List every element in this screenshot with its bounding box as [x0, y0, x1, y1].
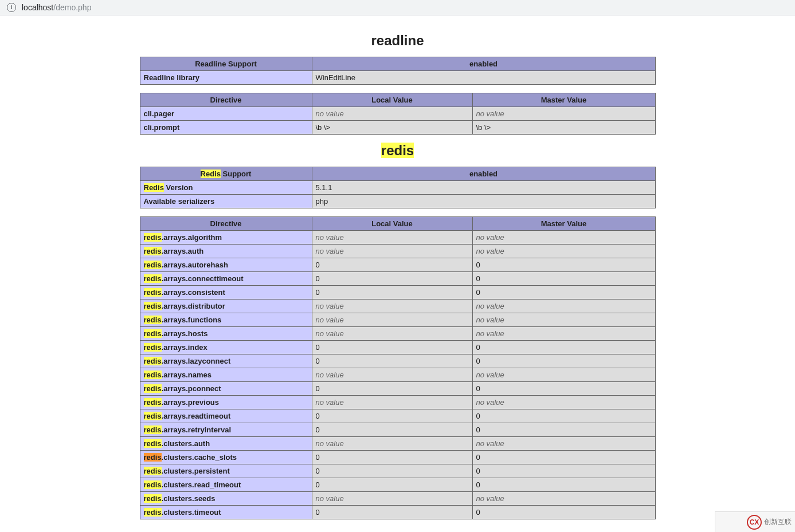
table-row: redis.clusters.cache_slots00	[140, 451, 655, 464]
table-cell: 0	[472, 341, 655, 354]
section-heading-readline: readline	[140, 33, 656, 49]
table-cell: 0	[472, 354, 655, 368]
table-cell: \b \>	[472, 121, 655, 135]
table-row: redis.arrays.hostsno valueno value	[140, 327, 655, 341]
table-header: Master Value	[472, 93, 655, 107]
table-cell: redis.clusters.cache_slots	[140, 451, 312, 464]
table-row: redis.arrays.index00	[140, 341, 655, 354]
table-cell: 0	[312, 464, 472, 478]
table-cell: 0	[312, 286, 472, 300]
table-cell: no value	[472, 245, 655, 258]
table-cell: no value	[472, 313, 655, 327]
section-heading-redis: redis	[140, 143, 656, 159]
table-cell: redis.arrays.connecttimeout	[140, 272, 312, 286]
table-cell: redis.arrays.index	[140, 341, 312, 354]
table-cell: 0	[472, 409, 655, 423]
table-row: redis.arrays.algorithmno valueno value	[140, 231, 655, 245]
table-cell: redis.arrays.readtimeout	[140, 409, 312, 423]
table-row: redis.clusters.authno valueno value	[140, 437, 655, 451]
table-cell: no value	[312, 313, 472, 327]
table-cell: Available serializers	[140, 195, 312, 208]
table-cell: cli.pager	[140, 107, 312, 121]
table-cell: 0	[472, 258, 655, 272]
table-row: redis.clusters.timeout00	[140, 506, 655, 519]
table-cell: 0	[312, 423, 472, 437]
table-cell: \b \>	[312, 121, 472, 135]
table-row: redis.arrays.lazyconnect00	[140, 354, 655, 368]
table-cell: redis.clusters.seeds	[140, 492, 312, 506]
table-cell: redis.arrays.lazyconnect	[140, 354, 312, 368]
readline-support-table: Readline Support enabled Readline librar…	[140, 57, 656, 85]
table-cell: 0	[472, 423, 655, 437]
table-header: Directive	[140, 217, 312, 231]
table-cell: 0	[472, 464, 655, 478]
table-cell: 0	[312, 409, 472, 423]
table-row: Readline libraryWinEditLine	[140, 71, 655, 85]
table-row: redis.arrays.connecttimeout00	[140, 272, 655, 286]
table-cell: Redis Version	[140, 181, 312, 195]
table-cell: no value	[312, 231, 472, 245]
table-cell: 0	[472, 382, 655, 396]
table-cell: php	[312, 195, 655, 208]
table-cell: 0	[472, 286, 655, 300]
table-row: redis.arrays.retryinterval00	[140, 423, 655, 437]
url-host: localhost	[22, 3, 53, 12]
table-cell: redis.arrays.auth	[140, 245, 312, 258]
table-row: redis.arrays.namesno valueno value	[140, 368, 655, 382]
redis-support-table: Redis Support enabled Redis Version5.1.1…	[140, 167, 656, 208]
table-cell: Readline library	[140, 71, 312, 85]
table-cell: 0	[312, 382, 472, 396]
table-cell: redis.clusters.read_timeout	[140, 478, 312, 492]
table-cell: cli.prompt	[140, 121, 312, 135]
table-row: redis.arrays.authno valueno value	[140, 245, 655, 258]
phpinfo-content: readline Readline Support enabled Readli…	[140, 15, 656, 519]
table-cell: WinEditLine	[312, 71, 655, 85]
table-cell: 0	[472, 451, 655, 464]
watermark-icon: CX	[747, 515, 762, 528]
table-row: redis.arrays.pconnect00	[140, 382, 655, 396]
table-cell: 0	[472, 506, 655, 519]
table-header: Local Value	[312, 93, 472, 107]
table-cell: no value	[472, 327, 655, 341]
table-cell: 0	[312, 354, 472, 368]
table-cell: 0	[312, 272, 472, 286]
address-bar[interactable]: i localhost/demo.php	[0, 0, 795, 15]
table-cell: redis.arrays.hosts	[140, 327, 312, 341]
table-cell: no value	[312, 245, 472, 258]
table-row: redis.clusters.persistent00	[140, 464, 655, 478]
table-header: Directive	[140, 93, 312, 107]
table-cell: 0	[312, 451, 472, 464]
table-cell: 0	[472, 478, 655, 492]
redis-directives-table: Directive Local Value Master Value redis…	[140, 216, 656, 519]
table-header: enabled	[312, 167, 655, 181]
table-cell: no value	[472, 107, 655, 121]
url: localhost/demo.php	[22, 3, 91, 12]
watermark-text: 创新互联	[764, 517, 792, 527]
table-row: cli.prompt\b \>\b \>	[140, 121, 655, 135]
table-row: redis.arrays.readtimeout00	[140, 409, 655, 423]
table-cell: redis.arrays.pconnect	[140, 382, 312, 396]
table-cell: 0	[312, 506, 472, 519]
readline-directives-table: Directive Local Value Master Value cli.p…	[140, 93, 656, 135]
table-cell: redis.clusters.persistent	[140, 464, 312, 478]
table-cell: no value	[312, 327, 472, 341]
table-row: redis.clusters.seedsno valueno value	[140, 492, 655, 506]
table-cell: no value	[312, 368, 472, 382]
table-cell: no value	[472, 396, 655, 409]
watermark: CX 创新互联	[715, 511, 795, 527]
table-row: redis.arrays.autorehash00	[140, 258, 655, 272]
table-row: redis.arrays.functionsno valueno value	[140, 313, 655, 327]
table-cell: redis.arrays.retryinterval	[140, 423, 312, 437]
table-cell: redis.arrays.previous	[140, 396, 312, 409]
table-row: redis.clusters.read_timeout00	[140, 478, 655, 492]
table-cell: no value	[312, 437, 472, 451]
url-path: /demo.php	[53, 3, 91, 12]
table-cell: no value	[472, 368, 655, 382]
info-icon[interactable]: i	[7, 3, 16, 12]
table-cell: no value	[472, 437, 655, 451]
table-cell: 0	[472, 272, 655, 286]
table-cell: redis.arrays.names	[140, 368, 312, 382]
table-cell: redis.arrays.autorehash	[140, 258, 312, 272]
table-header: Redis Support	[140, 167, 312, 181]
table-row: Available serializersphp	[140, 195, 655, 208]
